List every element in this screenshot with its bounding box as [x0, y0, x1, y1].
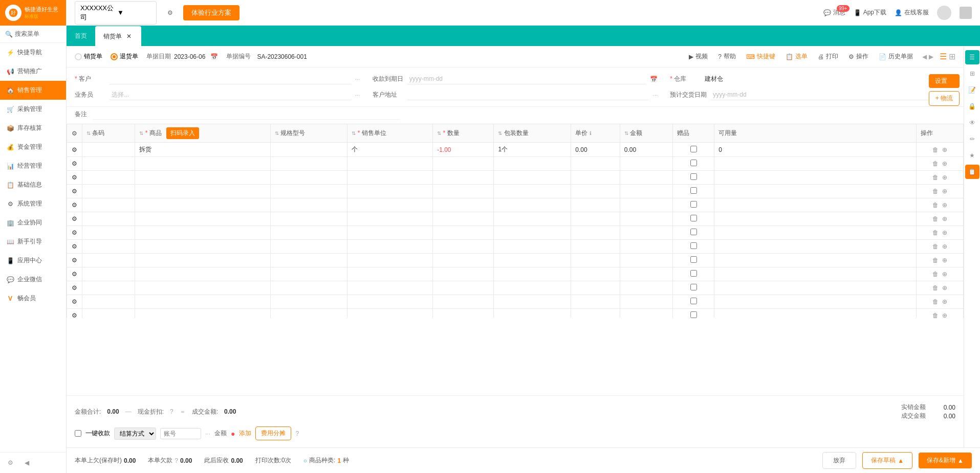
row-gift-cell[interactable]: [673, 254, 714, 267]
sidebar-item-sales[interactable]: 🏠 销售管理: [0, 81, 66, 100]
grid-view-icon[interactable]: ⊞: [949, 52, 955, 61]
sale-radio[interactable]: 销货单: [75, 52, 102, 61]
sidebar-item-guide[interactable]: 📖 新手引导: [0, 232, 66, 251]
toolbar-history[interactable]: 📄 历史单据: [876, 51, 916, 62]
prev-page-icon[interactable]: ◀: [922, 53, 927, 60]
expense-split-button[interactable]: 费用分摊: [255, 426, 291, 440]
save-new-button[interactable]: 保存&新增 ▲: [919, 453, 972, 468]
company-settings-icon[interactable]: ⚙: [163, 6, 177, 20]
online-service-button[interactable]: 👤 在线客服: [895, 8, 929, 17]
calendar-icon[interactable]: 📅: [210, 53, 218, 60]
row-gift-cell[interactable]: [673, 198, 714, 212]
list-view-icon[interactable]: ☰: [940, 52, 947, 61]
gift-checkbox[interactable]: [690, 160, 697, 166]
delete-icon[interactable]: 🗑: [932, 188, 939, 195]
rs-eye[interactable]: 👁: [965, 116, 979, 130]
return-radio[interactable]: 退货单: [111, 52, 138, 61]
sidebar-item-purchase[interactable]: 🛒 采购管理: [0, 100, 66, 119]
gift-checkbox[interactable]: [690, 311, 697, 318]
gift-checkbox[interactable]: [690, 284, 697, 290]
copy-icon[interactable]: ⊕: [942, 160, 947, 167]
company-selector[interactable]: XXXXXX公司 ▼: [75, 1, 157, 25]
account-more-icon[interactable]: ···: [205, 430, 210, 437]
gift-checkbox[interactable]: [690, 187, 697, 194]
delete-icon[interactable]: 🗑: [932, 243, 939, 250]
copy-icon[interactable]: ⊕: [942, 257, 947, 264]
tab-close-icon[interactable]: ✕: [125, 32, 133, 40]
copy-icon[interactable]: ⊕: [942, 188, 947, 195]
app-download-button[interactable]: 📱 App下载: [854, 8, 886, 17]
copy-icon[interactable]: ⊕: [942, 312, 947, 318]
row-gift-cell[interactable]: [673, 240, 714, 254]
row-gift-cell[interactable]: [673, 185, 714, 198]
gift-checkbox[interactable]: [690, 173, 697, 180]
gift-checkbox[interactable]: [690, 242, 697, 249]
toolbar-video[interactable]: ▶ 视频: [686, 51, 711, 62]
customer-address-input[interactable]: [407, 89, 649, 100]
settle-method-select[interactable]: 结算方式: [114, 427, 156, 440]
row-gift-cell[interactable]: [673, 281, 714, 295]
row-gift-cell[interactable]: [673, 226, 714, 240]
row-gift-cell[interactable]: [673, 143, 714, 157]
discard-button[interactable]: 放弃: [822, 452, 856, 469]
rs-star[interactable]: ★: [965, 148, 979, 163]
delete-icon[interactable]: 🗑: [932, 201, 939, 209]
rs-edit[interactable]: ✏: [965, 132, 979, 146]
tab-sales-order[interactable]: 销货单 ✕: [95, 26, 141, 47]
rs-note[interactable]: 📝: [965, 83, 979, 97]
tab-home[interactable]: 首页: [67, 26, 95, 46]
gift-checkbox[interactable]: [690, 215, 697, 221]
delete-icon[interactable]: 🗑: [932, 298, 939, 305]
one-click-pay-checkbox[interactable]: [75, 430, 81, 437]
delete-icon[interactable]: 🗑: [932, 284, 939, 291]
rs-layout2[interactable]: ⊞: [965, 66, 979, 81]
sidebar-item-basic[interactable]: 📋 基础信息: [0, 175, 66, 194]
row-gift-cell[interactable]: [673, 309, 714, 319]
address-more-icon[interactable]: ···: [652, 92, 658, 99]
copy-icon[interactable]: ⊕: [942, 298, 947, 305]
toolbar-help[interactable]: ? 帮助: [715, 51, 739, 62]
account-input[interactable]: [160, 428, 201, 439]
copy-icon[interactable]: ⊕: [942, 201, 947, 209]
sidebar-collapse-icon[interactable]: ◀: [20, 457, 33, 469]
add-button[interactable]: 添加: [239, 429, 251, 438]
salesperson-more-icon[interactable]: ···: [355, 92, 360, 99]
rs-layout1[interactable]: ☰: [965, 50, 979, 64]
gift-checkbox[interactable]: [690, 256, 697, 263]
sidebar-item-marketing[interactable]: 📢 营销推广: [0, 62, 66, 81]
next-page-icon[interactable]: ▶: [929, 53, 933, 60]
sidebar-item-quick-nav[interactable]: ⚡ 快捷导航: [0, 43, 66, 62]
sidebar-item-wechat[interactable]: 💬 企业微信: [0, 270, 66, 289]
salesperson-input[interactable]: [110, 89, 351, 100]
copy-icon[interactable]: ⊕: [942, 229, 947, 236]
customer-more-icon[interactable]: ···: [355, 76, 360, 83]
toolbar-action[interactable]: ⚙ 操作: [845, 51, 872, 62]
sidebar-item-enterprise[interactable]: 🏢 企业协同: [0, 213, 66, 232]
message-button[interactable]: 💬 消息 99+: [823, 8, 845, 17]
sidebar-item-inventory[interactable]: 📦 库存核算: [0, 119, 66, 138]
copy-icon[interactable]: ⊕: [942, 271, 947, 278]
delete-icon[interactable]: 🗑: [932, 312, 939, 318]
user-avatar[interactable]: [937, 6, 951, 20]
copy-icon[interactable]: ⊕: [942, 146, 947, 153]
rs-lock[interactable]: 🔒: [965, 99, 979, 114]
toolbar-shortcut[interactable]: ⌨ 快捷键: [743, 51, 778, 62]
delete-icon[interactable]: 🗑: [932, 215, 939, 222]
user-menu-icon[interactable]: [960, 7, 972, 19]
sidebar-item-finance[interactable]: 💰 资金管理: [0, 138, 66, 156]
row-gift-cell[interactable]: [673, 295, 714, 309]
row-gift-cell[interactable]: [673, 267, 714, 281]
copy-icon[interactable]: ⊕: [942, 174, 947, 181]
gift-checkbox[interactable]: [690, 201, 697, 208]
logistics-button[interactable]: + 物流: [929, 91, 960, 106]
sidebar-item-operations[interactable]: 📊 经营管理: [0, 156, 66, 175]
save-draft-button[interactable]: 保存草稿 ▲: [862, 452, 912, 469]
sidebar-item-app-center[interactable]: 📱 应用中心: [0, 251, 66, 270]
copy-icon[interactable]: ⊕: [942, 284, 947, 291]
gift-checkbox[interactable]: [690, 146, 697, 152]
rs-orange-btn[interactable]: 📋: [965, 165, 979, 179]
row-gift-cell[interactable]: [673, 212, 714, 226]
toolbar-choose[interactable]: 📋 选单: [782, 51, 811, 62]
customer-input[interactable]: [110, 74, 351, 84]
trial-button[interactable]: 体验行业方案: [183, 5, 239, 20]
